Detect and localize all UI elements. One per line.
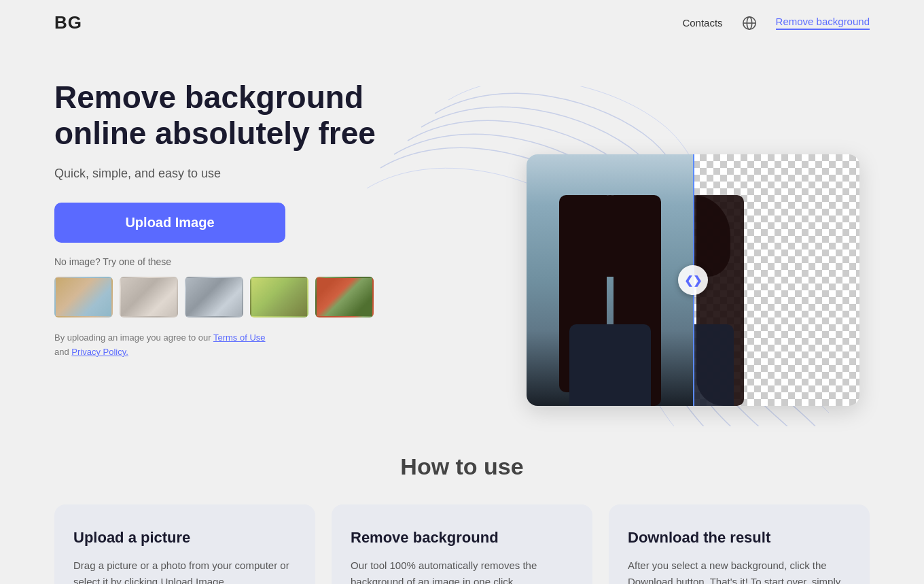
- sample-image-cats[interactable]: [185, 277, 243, 317]
- nav-logo[interactable]: BG: [54, 12, 82, 33]
- how-card-1-text: Drag a picture or a photo from your comp…: [73, 557, 296, 584]
- comparison-handle[interactable]: ❮❯: [678, 265, 708, 295]
- no-image-label: No image? Try one of these: [54, 256, 380, 267]
- sample-image-bird[interactable]: [250, 277, 308, 317]
- t-body-jacket: [693, 324, 734, 406]
- terms-prefix: By uploading an image you agree to our: [54, 332, 213, 343]
- upload-image-button[interactable]: Upload Image: [54, 203, 285, 243]
- woman-figure-transparent: [693, 195, 747, 406]
- sample-image-cat-dog[interactable]: [120, 277, 178, 317]
- comparison-handle-icon: ❮❯: [684, 274, 702, 287]
- hero-subtitle: Quick, simple, and easy to use: [54, 167, 380, 181]
- navbar: BG Contacts Remove background: [0, 0, 924, 46]
- hero-title: Remove background online absolutely free: [54, 80, 380, 152]
- how-card-2: Remove background Our tool 100% automati…: [332, 504, 592, 584]
- woman-figure-original: [556, 195, 664, 406]
- comparison-container[interactable]: ❮❯: [527, 154, 859, 406]
- terms-of-use-link[interactable]: Terms of Use: [213, 332, 266, 343]
- hero-right: ❮❯: [516, 66, 870, 460]
- nav-links: Contacts Remove background: [682, 16, 870, 31]
- how-card-3-title: Download the result: [628, 529, 851, 547]
- nav-remove-bg-link[interactable]: Remove background: [776, 16, 870, 30]
- nav-contacts-link[interactable]: Contacts: [682, 17, 722, 29]
- privacy-policy-link[interactable]: Privacy Policy.: [71, 347, 128, 357]
- how-card-2-text: Our tool 100% automatically removes the …: [351, 557, 573, 584]
- terms-middle: and: [54, 347, 69, 357]
- hero-left: Remove background online absolutely free…: [54, 66, 380, 359]
- how-card-2-title: Remove background: [351, 529, 573, 547]
- sample-image-house[interactable]: [315, 277, 374, 317]
- comparison-original: [527, 154, 693, 406]
- how-card-1-title: Upload a picture: [73, 529, 296, 547]
- how-card-3: Download the result After you select a n…: [609, 504, 870, 584]
- comparison-transparent: [693, 154, 859, 406]
- sample-images-row: [54, 277, 380, 317]
- how-card-1: Upload a picture Drag a picture or a pho…: [54, 504, 315, 584]
- body-jacket: [569, 324, 651, 406]
- terms-text: By uploading an image you agree to our T…: [54, 331, 380, 360]
- hero-section: Remove background online absolutely free…: [0, 46, 924, 426]
- globe-icon[interactable]: [742, 16, 757, 31]
- how-card-3-text: After you select a new background, click…: [628, 557, 851, 584]
- how-to-use-cards: Upload a picture Drag a picture or a pho…: [54, 504, 870, 584]
- sample-image-dog[interactable]: [54, 277, 113, 317]
